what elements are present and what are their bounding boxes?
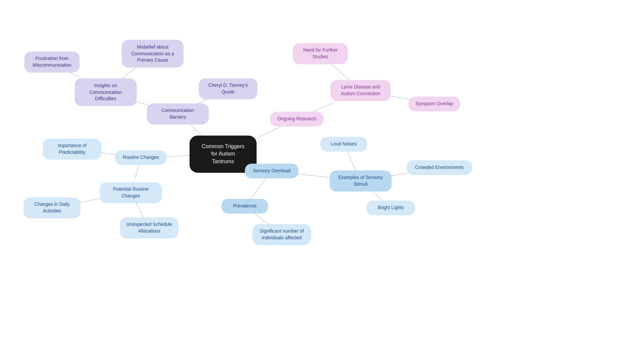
node-routineChanges: Routine Changes <box>115 150 167 165</box>
node-significantNum: Significant number of individuals affect… <box>253 224 311 245</box>
node-changesDaily: Changes in Daily Activities <box>23 197 80 218</box>
node-prevalence: Prevalence <box>221 199 268 214</box>
node-symptomOverlap: Symptom Overlap <box>409 97 461 111</box>
node-sensoryOverload: Sensory Overload <box>245 164 299 178</box>
node-needStudies: Need for Further Studies <box>293 43 348 64</box>
node-ongoingResearch: Ongoing Research <box>270 112 324 126</box>
node-loudNoises: Loud Noises <box>320 137 367 152</box>
node-misbelief: Misbelief about Communication as a Prima… <box>122 40 184 68</box>
node-frustrationMisc: Frustration from Miscommunication <box>24 51 80 72</box>
node-examplesSensory: Examples of Sensory Stimuli <box>330 170 392 191</box>
node-cherylQuote: Cheryl D. Tierney's Quote <box>199 78 258 99</box>
node-insightsCommunication: Insights on Communication Difficulties <box>75 78 137 106</box>
node-crowdedEnv: Crowded Environments <box>407 160 472 175</box>
node-lymeDis: Lyme Disease and Autism Connection <box>330 80 391 101</box>
node-communicationBarriers: Communication Barriers <box>147 103 209 124</box>
mind-map: Common Triggers for Autism TantrumsCommu… <box>0 0 644 363</box>
node-unexpectedSched: Unexpected Schedule Alterations <box>120 217 179 238</box>
node-brightLights: Bright Lights <box>367 200 415 215</box>
node-importancePred: Importance of Predictability <box>43 138 102 160</box>
node-potentialRoutine: Potential Routine Changes <box>100 182 162 203</box>
